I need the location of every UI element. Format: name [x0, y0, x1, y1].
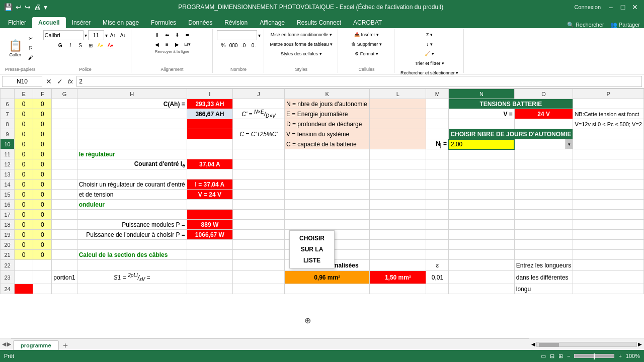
cell-N15[interactable] — [449, 190, 514, 200]
formula-confirm-icon[interactable]: ✓ — [55, 77, 64, 85]
cell-E14[interactable]: 0 — [15, 179, 33, 190]
customize-icon[interactable]: ▾ — [44, 3, 47, 11]
cell-H12[interactable]: Courant d'entré Ie — [77, 159, 187, 169]
cell-K8[interactable]: D = profondeur de décharge — [284, 119, 369, 129]
cell-E12[interactable]: 0 — [15, 159, 33, 169]
cell-P19[interactable] — [573, 230, 644, 240]
percent-button[interactable]: % — [219, 41, 228, 50]
cell-P23[interactable] — [573, 271, 644, 284]
row-header-15[interactable]: 15 — [1, 190, 15, 200]
cell-G19[interactable] — [52, 230, 77, 240]
cell-I13[interactable] — [187, 169, 232, 179]
print-icon[interactable]: 🖨 — [34, 3, 41, 11]
cell-G18[interactable] — [52, 220, 77, 230]
cell-J11[interactable] — [233, 149, 285, 159]
cell-M11[interactable] — [426, 149, 449, 159]
col-header-F[interactable]: F — [33, 89, 52, 99]
cell-F7[interactable]: 0 — [33, 109, 52, 119]
sum-button[interactable]: Σ ▾ — [424, 30, 435, 39]
cell-G8[interactable] — [52, 119, 77, 129]
tab-formules[interactable]: Formules — [145, 17, 182, 28]
zoom-out-icon[interactable]: − — [567, 353, 570, 359]
cell-I15[interactable]: V = 24 V — [187, 190, 232, 200]
dropdown-item-liste[interactable]: LISTE — [290, 255, 334, 266]
row-header-20[interactable]: 20 — [1, 240, 15, 250]
cell-N18[interactable] — [449, 220, 514, 230]
row-header-6[interactable]: 6 — [1, 99, 15, 109]
cell-E8[interactable]: 0 — [15, 119, 33, 129]
merge-center-button[interactable]: ⊡▾ — [183, 40, 192, 49]
cell-I20[interactable] — [187, 240, 232, 250]
cell-F18[interactable]: 0 — [33, 220, 52, 230]
cell-M6[interactable] — [426, 99, 449, 109]
border-button[interactable]: ⊞ — [86, 41, 95, 50]
cell-G15[interactable] — [52, 190, 77, 200]
cell-H23[interactable]: S1 = 2ρLI/εV = — [77, 271, 187, 284]
row-header-14[interactable]: 14 — [1, 179, 15, 190]
sheet-nav-left[interactable]: ◀ — [2, 341, 6, 347]
cell-K9[interactable]: V = tension du système — [284, 129, 369, 139]
cell-P24[interactable] — [573, 284, 644, 294]
cell-F16[interactable]: 0 — [33, 200, 52, 210]
cell-F12[interactable]: 0 — [33, 159, 52, 169]
font-color-button[interactable]: A▾ — [106, 41, 115, 50]
cell-J14[interactable] — [233, 179, 285, 190]
cell-I17[interactable] — [187, 210, 232, 220]
cell-N13[interactable] — [449, 169, 514, 179]
row-header-16[interactable]: 16 — [1, 200, 15, 210]
tab-fichier[interactable]: Fichier — [2, 17, 32, 28]
cell-I10[interactable] — [187, 139, 232, 149]
font-name-arrow[interactable]: ▾ — [85, 33, 87, 38]
cell-E9[interactable]: 0 — [15, 129, 33, 139]
cell-L22[interactable] — [370, 260, 426, 271]
cell-M20[interactable] — [426, 240, 449, 250]
cell-K18[interactable] — [284, 220, 369, 230]
cell-G21[interactable] — [52, 250, 77, 260]
zoom-slider[interactable] — [574, 354, 614, 358]
redo-icon[interactable]: ↪ — [25, 3, 31, 11]
cell-L17[interactable] — [370, 210, 426, 220]
number-format-input[interactable] — [217, 30, 257, 40]
cell-L7[interactable] — [370, 109, 426, 119]
close-button[interactable]: ✕ — [630, 2, 640, 12]
cell-E20[interactable]: 0 — [15, 240, 33, 250]
wrap-text-button[interactable]: ⇌ — [183, 30, 192, 39]
cell-O19[interactable] — [514, 230, 573, 240]
align-left-button[interactable]: ◀ — [152, 40, 162, 49]
tab-donnees[interactable]: Données — [182, 17, 218, 28]
cell-J15[interactable] — [233, 190, 285, 200]
comma-button[interactable]: 000 — [229, 41, 238, 50]
cell-E10[interactable]: 0 — [15, 139, 33, 149]
cell-O18[interactable] — [514, 220, 573, 230]
cell-G23[interactable]: portion1 — [52, 271, 77, 284]
cell-I7[interactable]: 366,67 AH — [187, 109, 232, 119]
cell-F19[interactable]: 0 — [33, 230, 52, 240]
cell-I18[interactable]: 889 W — [187, 220, 232, 230]
cell-J17[interactable] — [233, 210, 285, 220]
cell-M21[interactable] — [426, 250, 449, 260]
fill-color-button[interactable]: A▾ — [96, 41, 105, 50]
cell-P20[interactable] — [573, 240, 644, 250]
dropdown-item-choisir[interactable]: CHOISIR — [290, 233, 334, 244]
cell-F23[interactable] — [33, 271, 52, 284]
cell-L19[interactable] — [370, 230, 426, 240]
format-button[interactable]: ⚙ Format ▾ — [353, 49, 380, 58]
cell-K23[interactable]: 0,96 mm² — [284, 271, 369, 284]
cell-N10[interactable]: 2,00 — [449, 139, 514, 149]
tab-mise-en-page[interactable]: Mise en page — [97, 17, 145, 28]
cell-L21[interactable] — [370, 250, 426, 260]
page-break-icon[interactable]: ⊞ — [558, 353, 563, 359]
cell-N8[interactable] — [449, 119, 514, 129]
page-layout-icon[interactable]: ⊟ — [550, 353, 554, 359]
cell-H7[interactable] — [77, 109, 187, 119]
conditional-format-button[interactable]: Mise en forme conditionnelle ▾ — [269, 30, 334, 39]
cell-O15[interactable] — [514, 190, 573, 200]
cell-F10[interactable]: 0 — [33, 139, 52, 149]
fill-button[interactable]: ↓ ▾ — [425, 40, 435, 49]
cell-O8[interactable] — [514, 119, 573, 129]
cell-H13[interactable] — [77, 169, 187, 179]
cell-J7[interactable]: C' = N×E/D×V — [233, 109, 285, 119]
cell-J19[interactable] — [233, 230, 285, 240]
cell-H14[interactable]: Choisir un régulateur de courant d'entré — [77, 179, 187, 190]
col-header-N[interactable]: N — [449, 89, 514, 99]
